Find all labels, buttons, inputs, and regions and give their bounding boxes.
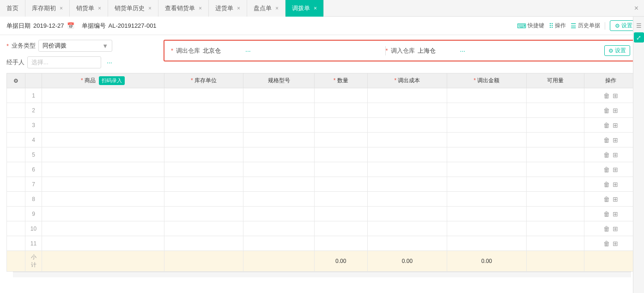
row-unit-cell[interactable] [164,192,243,207]
delete-icon[interactable]: 🗑 [603,136,610,144]
out-warehouse-more-icon[interactable]: ··· [245,47,251,55]
copy-icon[interactable]: ⊞ [613,166,618,173]
row-spec-cell[interactable] [243,221,314,236]
warehouse-settings-button[interactable]: ⚙ 设置 [604,45,630,56]
copy-icon[interactable]: ⊞ [613,195,618,203]
row-amount-cell[interactable] [447,133,526,147]
copy-icon[interactable]: ⊞ [613,181,618,188]
tab-inventory-init[interactable]: 库存期初 × [25,0,70,17]
row-cost-cell[interactable] [367,162,447,177]
in-warehouse-more-icon[interactable]: ··· [460,47,466,55]
tab-sales-order-close[interactable]: × [98,5,101,12]
row-unit-cell[interactable] [164,162,243,177]
row-goods-cell[interactable] [42,162,164,177]
row-unit-cell[interactable] [164,147,243,162]
sidebar-expand-icon[interactable]: ⤢ [634,32,644,43]
row-cost-cell[interactable] [367,147,447,162]
row-quantity-cell[interactable] [314,162,367,177]
delete-icon[interactable]: 🗑 [603,92,610,99]
row-amount-cell[interactable] [447,162,526,177]
row-spec-cell[interactable] [243,103,314,118]
row-spec-cell[interactable] [243,207,314,221]
copy-icon[interactable]: ⊞ [613,92,618,99]
tabs-close-all-button[interactable]: × [629,4,644,12]
handler-more-icon[interactable]: ··· [107,59,112,66]
tab-inventory-init-close[interactable]: × [60,5,63,12]
delete-icon[interactable]: 🗑 [603,240,610,247]
horizontal-scrollbar[interactable] [13,272,631,277]
action-button[interactable]: ⠿ 操作 [549,22,566,30]
copy-icon[interactable]: ⊞ [613,136,618,144]
row-spec-cell[interactable] [243,147,314,162]
row-unit-cell[interactable] [164,118,243,133]
row-quantity-cell[interactable] [314,221,367,236]
tab-purchase-order[interactable]: 进货单 × [209,0,247,17]
row-cost-cell[interactable] [367,88,447,103]
tab-sales-history[interactable]: 销货单历史 × [108,0,158,17]
row-quantity-cell[interactable] [314,192,367,207]
row-cost-cell[interactable] [367,118,447,133]
row-quantity-cell[interactable] [314,118,367,133]
row-spec-cell[interactable] [243,192,314,207]
copy-icon[interactable]: ⊞ [613,210,618,218]
row-amount-cell[interactable] [447,207,526,221]
row-quantity-cell[interactable] [314,88,367,103]
delete-icon[interactable]: 🗑 [603,225,610,232]
row-goods-cell[interactable] [42,192,164,207]
row-cost-cell[interactable] [367,177,447,192]
row-amount-cell[interactable] [447,221,526,236]
delete-icon[interactable]: 🗑 [603,151,610,159]
copy-icon[interactable]: ⊞ [613,225,618,232]
tab-sales-order[interactable]: 销货单 × [70,0,108,17]
sidebar-list-icon[interactable]: ☰ [634,20,644,31]
history-button[interactable]: ☰ 历史单据 [571,22,600,30]
row-amount-cell[interactable] [447,147,526,162]
row-unit-cell[interactable] [164,207,243,221]
handler-select[interactable]: 选择... [27,56,101,68]
tab-view-sales-close[interactable]: × [199,5,202,12]
delete-icon[interactable]: 🗑 [603,107,610,114]
biz-type-select[interactable]: 同价调拨 ▼ [38,40,112,52]
tab-home[interactable]: 首页 [0,0,25,17]
row-unit-cell[interactable] [164,103,243,118]
tab-inventory-check[interactable]: 盘点单 × [247,0,286,17]
row-goods-cell[interactable] [42,221,164,236]
delete-icon[interactable]: 🗑 [603,166,610,173]
row-spec-cell[interactable] [243,118,314,133]
shortcut-button[interactable]: ⌨ 快捷键 [517,22,544,30]
row-amount-cell[interactable] [447,88,526,103]
row-goods-cell[interactable] [42,103,164,118]
row-quantity-cell[interactable] [314,147,367,162]
row-unit-cell[interactable] [164,88,243,103]
calendar-icon[interactable]: 📅 [67,22,74,29]
row-cost-cell[interactable] [367,133,447,147]
delete-icon[interactable]: 🗑 [603,181,610,188]
row-goods-cell[interactable] [42,177,164,192]
copy-icon[interactable]: ⊞ [613,122,618,129]
row-spec-cell[interactable] [243,88,314,103]
table-scroll[interactable]: ⚙ * 商品 扫码录入 * 库存单位 规格型号 * [6,73,638,272]
row-spec-cell[interactable] [243,162,314,177]
row-amount-cell[interactable] [447,118,526,133]
th-settings[interactable]: ⚙ [7,73,25,88]
row-quantity-cell[interactable] [314,177,367,192]
scan-button[interactable]: 扫码录入 [99,76,125,85]
tab-view-sales[interactable]: 查看销货单 × [158,0,209,17]
row-goods-cell[interactable] [42,88,164,103]
row-quantity-cell[interactable] [314,103,367,118]
row-quantity-cell[interactable] [314,133,367,147]
row-amount-cell[interactable] [447,192,526,207]
row-goods-cell[interactable] [42,118,164,133]
tab-transfer-order-close[interactable]: × [314,5,317,12]
row-goods-cell[interactable] [42,207,164,221]
row-cost-cell[interactable] [367,103,447,118]
row-cost-cell[interactable] [367,221,447,236]
tab-purchase-order-close[interactable]: × [237,5,240,12]
tab-transfer-order[interactable]: 调拨单 × [286,0,324,17]
delete-icon[interactable]: 🗑 [603,210,610,218]
copy-icon[interactable]: ⊞ [613,151,618,159]
row-cost-cell[interactable] [367,207,447,221]
row-amount-cell[interactable] [447,177,526,192]
tab-sales-history-close[interactable]: × [148,5,152,12]
row-unit-cell[interactable] [164,133,243,147]
